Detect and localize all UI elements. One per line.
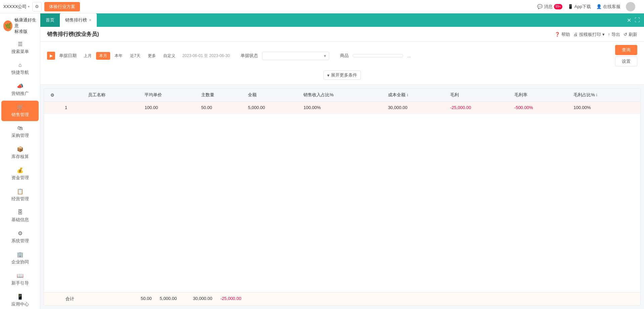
- basics-icon: 🗄: [17, 209, 23, 215]
- message-icon: 💬: [537, 4, 543, 9]
- app-download-button[interactable]: 📱 App下载: [568, 4, 591, 10]
- sidebar-item-label: 销售管理: [11, 112, 29, 118]
- top-bar: XXXXX公司 ▾ ⚙ 体验行业方案 💬 消息 99+ 📱 App下载 👤 在线…: [0, 0, 644, 13]
- footer-total-label: 合计: [61, 296, 129, 302]
- expand-icon: ▾: [327, 73, 330, 78]
- sidebar-item-inventory[interactable]: 📦 库存核算: [1, 143, 39, 163]
- tab-home[interactable]: 首页: [40, 13, 60, 27]
- enterprise-icon: 🏢: [17, 251, 24, 258]
- footer-cells: 合计 50.00 5,000.00 30,000.00 -25,000.00: [48, 296, 636, 302]
- sidebar-item-search[interactable]: ☰ 搜索菜单: [1, 38, 39, 58]
- col-settings-header[interactable]: ⚙: [44, 89, 61, 102]
- tab-close-all-icon[interactable]: ✕: [627, 17, 631, 23]
- cell-total: 5,000.00: [244, 102, 299, 114]
- more-filters-icon[interactable]: ...: [407, 53, 411, 58]
- trial-button[interactable]: 体验行业方案: [44, 2, 80, 11]
- cell-cost: 30,000.00: [384, 102, 446, 114]
- footer-gross-pct: [253, 296, 261, 302]
- filter-toggle-button[interactable]: ▶: [47, 52, 55, 60]
- top-bar-right: 💬 消息 99+ 📱 App下载 👤 在线客服: [537, 2, 641, 11]
- date-tab-custom[interactable]: 自定义: [160, 52, 178, 60]
- gross-pct-info-icon[interactable]: ℹ: [596, 93, 597, 97]
- marketing-icon: 📣: [17, 83, 24, 89]
- goods-select[interactable]: [353, 54, 403, 57]
- cell-gross-pct: 100.00%: [569, 102, 640, 114]
- sidebar-item-guide[interactable]: 📖 新手引导: [1, 269, 39, 290]
- sidebar-item-operations[interactable]: 📋 经营管理: [1, 185, 39, 205]
- sales-icon: 🛒: [17, 104, 24, 110]
- service-label: 在线客服: [603, 4, 620, 10]
- sidebar-item-basics[interactable]: 🗄 基础信息: [1, 206, 39, 226]
- date-tab-more[interactable]: 更多: [145, 52, 159, 60]
- tab-bar-actions: ✕ ⛶: [627, 17, 644, 23]
- cell-gross: -25,000.00: [446, 102, 510, 114]
- date-tab-prev-month[interactable]: 上月: [81, 52, 95, 60]
- close-icon[interactable]: ×: [89, 18, 91, 22]
- sidebar-item-label: 快捷导航: [11, 69, 29, 75]
- export-button[interactable]: ↑ 导出: [608, 32, 620, 38]
- cost-info-icon[interactable]: ℹ: [407, 93, 408, 97]
- sidebar-item-marketing[interactable]: 📣 营销推广: [1, 80, 39, 100]
- avatar[interactable]: [626, 2, 635, 11]
- sidebar-item-purchase[interactable]: 🛍 采购管理: [1, 122, 39, 142]
- sidebar-item-enterprise[interactable]: 🏢 企业协同: [1, 248, 39, 268]
- help-button[interactable]: ❓ 帮助: [555, 32, 570, 38]
- query-button[interactable]: 查询: [615, 45, 637, 55]
- settings-button[interactable]: 设置: [615, 56, 637, 66]
- cell-name: [84, 102, 140, 114]
- sidebar-logo[interactable]: 🌿 畅康通好生意 标准版: [0, 13, 40, 37]
- company-name: XXXXX公司: [3, 4, 27, 10]
- company-selector[interactable]: XXXXX公司 ▾: [3, 4, 30, 10]
- data-table: ⚙ 员工名称 平均单价 主数量 全额 销售收入占比% 成本全额 ℹ 毛利 毛利率: [44, 89, 640, 114]
- logo-icon: 🌿: [3, 20, 12, 31]
- sidebar-item-apps[interactable]: 📱 应用中心: [1, 290, 39, 309]
- date-tab-current-year[interactable]: 本年: [112, 52, 126, 60]
- footer-sales-pct: [181, 296, 189, 302]
- service-icon: 👤: [596, 4, 602, 9]
- col-gross-rate-header: 毛利率: [510, 89, 569, 102]
- guide-icon: 📖: [17, 272, 24, 279]
- table-row[interactable]: 1100.0050.005,000.00100.00%30,000.00-25,…: [44, 102, 640, 114]
- expand-label: 展开更多条件: [331, 72, 357, 78]
- apps-icon: 📱: [17, 294, 24, 300]
- table-container: ⚙ 员工名称 平均单价 主数量 全额 销售收入占比% 成本全额 ℹ 毛利 毛利率: [44, 88, 641, 306]
- export-label: 导出: [611, 32, 620, 38]
- col-avg-price-header: 平均单价: [140, 89, 197, 102]
- sidebar-item-label: 搜索菜单: [11, 49, 29, 55]
- sidebar-item-label: 营销推广: [11, 91, 29, 97]
- footer-quantity: 50.00: [137, 296, 156, 302]
- footer-cost: 30,000.00: [189, 296, 216, 302]
- date-tabs: 上月 本月 本年 近7天 更多 自定义: [81, 52, 178, 60]
- col-total-header: 全额: [244, 89, 299, 102]
- col-rank-header: [61, 89, 84, 102]
- col-gross-header: 毛利: [446, 89, 510, 102]
- cell-settings: [44, 102, 61, 114]
- tab-home-label: 首页: [46, 17, 54, 23]
- tab-expand-icon[interactable]: ⛶: [635, 17, 640, 23]
- col-gross-pct-header: 毛利占比% ℹ: [569, 89, 640, 102]
- tab-sales-ranking[interactable]: 销售排行榜 ×: [60, 13, 97, 27]
- cell-sales-pct: 100.00%: [299, 102, 384, 114]
- filter-actions: 查询 设置: [615, 45, 637, 66]
- col-cost-header: 成本全额 ℹ: [384, 89, 446, 102]
- home-icon: ⌂: [18, 62, 22, 68]
- sidebar-item-system[interactable]: ⚙ 系统管理: [1, 227, 39, 247]
- message-button[interactable]: 💬 消息 99+: [537, 4, 562, 10]
- company-chevron-icon: ▾: [28, 5, 30, 8]
- app-label: App下载: [574, 4, 591, 10]
- company-settings-button[interactable]: ⚙: [32, 2, 42, 11]
- sidebar-item-quick-nav[interactable]: ⌂ 快捷导航: [1, 59, 39, 79]
- date-tab-7days[interactable]: 近7天: [127, 52, 143, 60]
- status-select[interactable]: ▾: [262, 52, 329, 60]
- footer-avg-price: [129, 296, 137, 302]
- sidebar-item-finance[interactable]: 💰 资金管理: [1, 164, 39, 184]
- logo-text: 畅康通好生意 标准版: [14, 17, 37, 35]
- sidebar-item-label: 资金管理: [11, 175, 29, 181]
- print-button[interactable]: 🖨 按模板打印 ▾: [573, 32, 605, 38]
- online-service-button[interactable]: 👤 在线客服: [596, 4, 620, 10]
- refresh-button[interactable]: ↺ 刷新: [624, 32, 637, 38]
- sidebar-item-sales[interactable]: 🛒 销售管理: [1, 101, 39, 121]
- date-tab-current-month[interactable]: 本月: [96, 52, 110, 60]
- expand-more-button[interactable]: ▾ 展开更多条件: [324, 70, 361, 80]
- app-icon: 📱: [568, 4, 573, 9]
